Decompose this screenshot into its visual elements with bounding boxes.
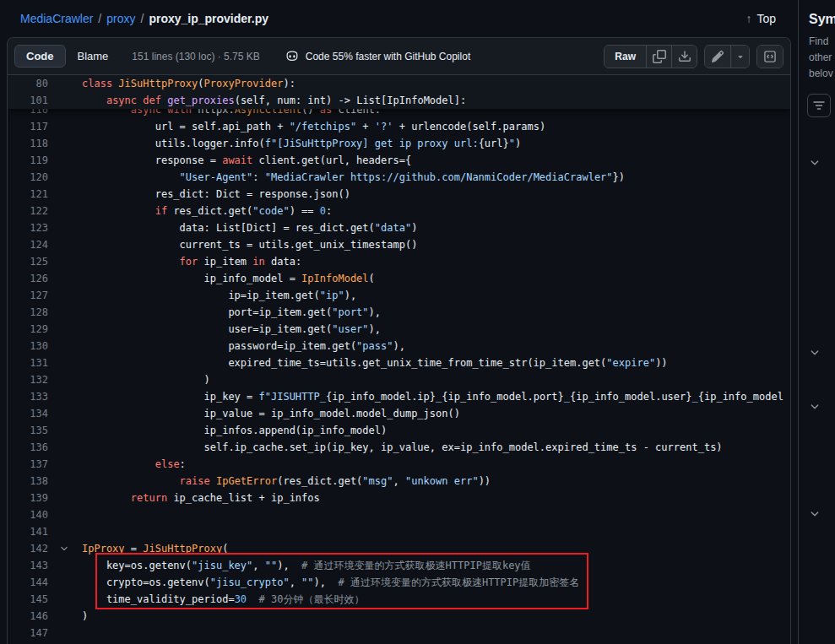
line-number[interactable]: 141: [8, 523, 48, 540]
code-token: ),: [369, 323, 381, 335]
tab-code[interactable]: Code: [14, 45, 66, 68]
line-number[interactable]: 120: [8, 169, 48, 186]
line-number[interactable]: 118: [8, 135, 48, 152]
line-number[interactable]: 117: [8, 118, 48, 135]
line-number[interactable]: 143: [8, 557, 48, 574]
line-number[interactable]: 130: [8, 338, 48, 354]
code-token: [210, 475, 216, 487]
toolbar-actions: Raw: [604, 45, 783, 68]
breadcrumb-folder-link[interactable]: proxy: [106, 12, 135, 25]
line-number[interactable]: 101: [8, 92, 48, 109]
chevron-down-icon[interactable]: [809, 401, 821, 413]
tab-blame[interactable]: Blame: [66, 45, 121, 68]
line-number[interactable]: 138: [8, 473, 48, 490]
code-token: [82, 95, 106, 106]
symbols-panel-hint: Find other belov: [809, 34, 833, 82]
symbols-panel-toggle-button[interactable]: [757, 46, 783, 68]
line-number[interactable]: 139: [8, 490, 48, 506]
line-number[interactable]: 132: [8, 371, 48, 388]
line-number[interactable]: 134: [8, 405, 48, 422]
line-number[interactable]: 119: [8, 152, 48, 169]
code-line: 118 utils.logger.info(f"[JiSuHttpProxy] …: [8, 135, 790, 152]
raw-button[interactable]: Raw: [605, 46, 646, 68]
line-number[interactable]: 121: [8, 186, 48, 203]
code-line: 128 port=ip_item.get("port"),: [8, 304, 790, 321]
download-raw-button[interactable]: [671, 46, 697, 68]
code-token: "expire": [606, 357, 655, 369]
code-token: data:: [265, 256, 301, 268]
code-text: data: List[Dict] = res_dict.get("data"): [82, 219, 417, 236]
code-text: raise IpGetError(res_dict.get("msg", "un…: [82, 473, 491, 490]
line-number[interactable]: 146: [8, 608, 48, 625]
line-number[interactable]: 126: [8, 270, 48, 287]
line-number[interactable]: 128: [8, 304, 48, 321]
line-number[interactable]: 122: [8, 203, 48, 219]
code-line: 136 self.ip_cache.set_ip(ip_key, ip_valu…: [8, 439, 790, 456]
line-number[interactable]: 144: [8, 574, 48, 591]
line-number[interactable]: 133: [8, 388, 48, 405]
code-token: "": [301, 576, 313, 588]
code-line: 129 user=ip_item.get("user"),: [8, 321, 790, 338]
code-line: 127 ip=ip_item.get("ip"),: [8, 287, 790, 304]
gutter: [48, 354, 82, 371]
line-number[interactable]: 123: [8, 219, 48, 236]
up-arrow-icon: ↑: [746, 12, 751, 25]
code-line: 146): [8, 608, 790, 625]
code-line: 144 crypto=os.getenv("jisu_crypto", ""),…: [8, 574, 790, 591]
code-token: ip_cache_list + ip_infos: [167, 492, 320, 504]
code-token: :: [180, 458, 186, 470]
code-text: ): [82, 371, 210, 388]
code-line: 140: [8, 506, 790, 523]
fold-chevron-icon[interactable]: [48, 540, 82, 557]
line-number[interactable]: 131: [8, 354, 48, 371]
code-token: def: [143, 95, 161, 106]
code-token: ": [509, 138, 515, 149]
line-number[interactable]: 142: [8, 540, 48, 557]
code-token: IpInfoModel: [301, 273, 368, 284]
line-number[interactable]: 135: [8, 422, 48, 439]
chevron-down-icon[interactable]: [809, 508, 821, 520]
code-token: (: [198, 78, 203, 89]
code-token: ,: [290, 576, 301, 588]
line-number[interactable]: 137: [8, 456, 48, 473]
line-number[interactable]: 124: [8, 236, 48, 253]
code-token: "User-Agent": [180, 171, 253, 183]
edit-split-button: [704, 45, 750, 68]
line-number[interactable]: 140: [8, 506, 48, 523]
edit-file-button[interactable]: [705, 46, 730, 68]
copy-raw-content-button[interactable]: [646, 46, 671, 68]
chevron-down-icon[interactable]: [809, 347, 821, 359]
code-line: 119 response = await client.get(url, hea…: [8, 152, 790, 169]
code-token: "port": [332, 306, 368, 318]
code-line: 138 raise IpGetError(res_dict.get("msg",…: [8, 473, 790, 490]
chevron-down-icon[interactable]: [809, 157, 821, 169]
line-number[interactable]: 80: [8, 75, 48, 92]
code-token: ),: [369, 306, 381, 318]
line-number[interactable]: 129: [8, 321, 48, 338]
code-token: f"JISUHTTP_: [259, 391, 326, 403]
line-number[interactable]: 145: [8, 591, 48, 608]
breadcrumb-repo-link[interactable]: MediaCrawler: [20, 12, 93, 25]
line-number[interactable]: 147: [8, 625, 48, 641]
code-token: ip_infos.append(ip_info_model): [82, 425, 387, 436]
line-number[interactable]: 136: [8, 439, 48, 456]
line-number[interactable]: 125: [8, 253, 48, 270]
gutter: [48, 75, 82, 92]
gutter: [48, 321, 82, 338]
code-text: url = self.api_path + "/fetchips" + '?' …: [82, 118, 545, 135]
edit-dropdown-button[interactable]: [730, 46, 749, 68]
code-text: IpProxy = JiSuHttpProxy(: [82, 540, 228, 557]
code-token: # 通过环境变量的方式获取极速HTTPIP提取key值: [301, 560, 530, 571]
symbols-hint-line: Find: [809, 34, 833, 50]
raw-copy-download-group: Raw: [604, 45, 697, 68]
gutter: [48, 270, 82, 287]
filter-button[interactable]: [807, 94, 831, 117]
code-text: if res_dict.get("code") == 0:: [82, 203, 332, 219]
scroll-to-top-button[interactable]: ↑ Top: [737, 7, 784, 30]
code-token: + urlencode(self.params): [393, 121, 546, 133]
line-number[interactable]: 127: [8, 287, 48, 304]
code-text: self.ip_cache.set_ip(ip_key, ip_value, e…: [82, 439, 723, 456]
code-token: {ip_info_model: [698, 391, 783, 403]
code-line: 145 time_validity_period=30 # 30分钟（最长时效）: [8, 591, 790, 608]
copilot-banner[interactable]: Code 55% faster with GitHub Copilot: [285, 50, 470, 63]
